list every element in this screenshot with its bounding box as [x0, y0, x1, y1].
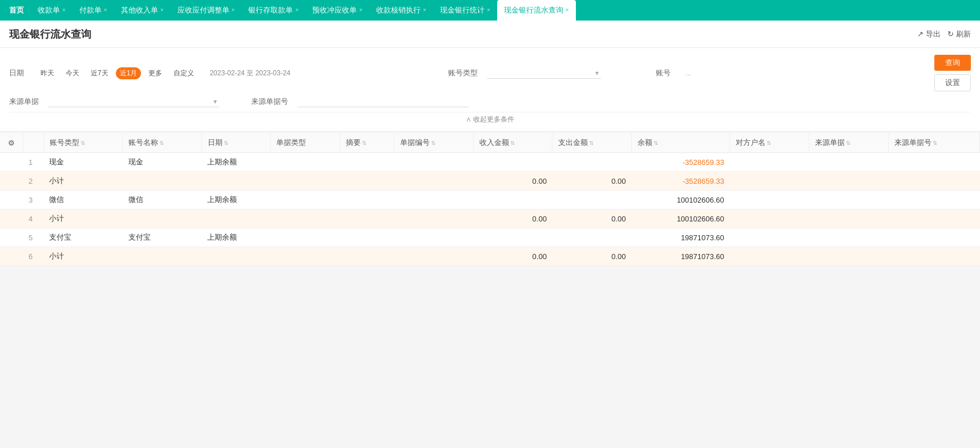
col-source-doc-no: 来源单据号⇅ — [888, 133, 979, 153]
table-cell — [394, 247, 474, 266]
col-gear: ⚙ — [0, 133, 23, 153]
sort-icon[interactable]: ⇅ — [431, 140, 435, 146]
table-cell: 1 — [23, 153, 43, 172]
date-btn-1month[interactable]: 近1月 — [116, 67, 142, 79]
date-btn-more[interactable]: 更多 — [144, 67, 166, 79]
table-cell — [340, 209, 394, 228]
table-cell: 2 — [23, 172, 43, 191]
nav-other-income[interactable]: 其他收入单 × — [114, 0, 171, 21]
table-cell — [888, 172, 979, 191]
table-cell — [809, 209, 888, 228]
table-row: 2小计0.000.00-3528659.33 — [0, 172, 980, 191]
filter-row-source: 来源单据 来源单据号 — [9, 96, 971, 107]
table-cell — [473, 191, 552, 209]
table-cell — [0, 153, 23, 172]
sort-icon[interactable]: ⇅ — [654, 140, 658, 146]
sort-icon[interactable]: ⇅ — [159, 140, 164, 146]
table-cell — [888, 153, 979, 172]
table-cell: 4 — [23, 209, 43, 228]
nav-cash-bank-stat[interactable]: 现金银行统计 × — [433, 0, 497, 21]
sort-icon[interactable]: ⇅ — [224, 140, 228, 146]
account-type-select[interactable] — [487, 67, 601, 79]
query-button[interactable]: 查询 — [934, 55, 971, 71]
table-cell: -3528659.33 — [632, 153, 730, 172]
table-cell — [730, 172, 809, 191]
account-type-select-wrapper — [487, 67, 601, 79]
date-range-text: 2023-02-24 至 2023-03-24 — [209, 69, 290, 77]
table-cell: 5 — [23, 228, 43, 247]
date-btn-today[interactable]: 今天 — [62, 67, 83, 79]
sort-icon[interactable]: ⇅ — [846, 140, 850, 146]
col-balance: 余额⇅ — [632, 133, 730, 153]
sort-icon[interactable]: ⇅ — [767, 140, 771, 146]
close-icon[interactable]: × — [104, 0, 107, 21]
table-cell — [271, 209, 340, 228]
date-btn-7days[interactable]: 近7天 — [87, 67, 112, 79]
nav-payment[interactable]: 付款单 × — [72, 0, 114, 21]
table-cell — [394, 153, 474, 172]
source-doc-select[interactable] — [48, 96, 219, 107]
col-source-doc: 来源单据⇅ — [809, 133, 888, 153]
table-cell — [0, 228, 23, 247]
table-cell — [394, 209, 474, 228]
more-options-icon[interactable]: ... — [683, 69, 693, 77]
table-cell: 现金 — [123, 153, 202, 172]
col-account-name: 账号名称⇅ — [123, 133, 202, 153]
table-row: 5支付宝支付宝上期余额19871073.60 — [0, 228, 980, 247]
nav-receipt[interactable]: 收款单 × — [31, 0, 72, 21]
table-cell — [552, 191, 632, 209]
table-cell — [730, 247, 809, 266]
account-no-label: 账号 — [656, 68, 674, 78]
collapse-bar[interactable]: ∧ 收起更多条件 — [9, 112, 971, 127]
filter-area: 日期 昨天 今天 近7天 近1月 更多 自定义 2023-02-24 至 202… — [0, 48, 980, 132]
close-icon[interactable]: × — [295, 0, 299, 21]
close-icon[interactable]: × — [359, 0, 362, 21]
nav-bank-deposit[interactable]: 银行存取款单 × — [241, 0, 305, 21]
close-icon[interactable]: × — [62, 0, 66, 21]
table-cell: 上期余额 — [201, 191, 270, 209]
sort-icon[interactable]: ⇅ — [80, 140, 85, 146]
table-cell — [394, 228, 474, 247]
table-cell: 100102606.60 — [632, 191, 730, 209]
table-cell: 3 — [23, 191, 43, 209]
filter-row-date: 日期 昨天 今天 近7天 近1月 更多 自定义 2023-02-24 至 202… — [9, 55, 971, 91]
table-cell — [271, 228, 340, 247]
sort-icon[interactable]: ⇅ — [589, 140, 594, 146]
table-cell — [271, 172, 340, 191]
col-account-type: 账号类型⇅ — [43, 133, 123, 153]
gear-icon[interactable]: ⚙ — [8, 139, 15, 147]
close-icon[interactable]: × — [487, 0, 490, 21]
table-cell — [888, 209, 979, 228]
sort-icon[interactable]: ⇅ — [933, 140, 937, 146]
nav-home[interactable]: 首页 — [2, 0, 31, 21]
date-btn-custom[interactable]: 自定义 — [170, 67, 198, 79]
nav-verify[interactable]: 收款核销执行 × — [369, 0, 433, 21]
nav-ap-adjust[interactable]: 应收应付调整单 × — [171, 0, 242, 21]
table-cell — [0, 209, 23, 228]
table-cell — [730, 191, 809, 209]
export-button[interactable]: ↗ 导出 — [917, 29, 941, 39]
nav-advance[interactable]: 预收冲应收单 × — [305, 0, 369, 21]
close-icon[interactable]: × — [232, 0, 235, 21]
table-cell — [123, 209, 202, 228]
close-icon[interactable]: × — [423, 0, 426, 21]
table-cell: 0.00 — [552, 247, 632, 266]
table-cell: 小计 — [43, 247, 123, 266]
close-icon[interactable]: × — [566, 0, 569, 21]
col-date: 日期⇅ — [201, 133, 270, 153]
refresh-button[interactable]: ↻ 刷新 — [947, 29, 971, 39]
table-cell — [0, 247, 23, 266]
table-cell: 小计 — [43, 172, 123, 191]
sort-icon[interactable]: ⇅ — [510, 140, 515, 146]
table-cell: 支付宝 — [123, 228, 202, 247]
source-doc-no-input[interactable] — [297, 96, 469, 107]
col-counterpart: 对方户名⇅ — [730, 133, 809, 153]
sort-icon[interactable]: ⇅ — [362, 140, 366, 146]
table-cell: 0.00 — [473, 247, 552, 266]
date-btn-yesterday[interactable]: 昨天 — [37, 67, 58, 79]
nav-cash-bank-flow[interactable]: 现金银行流水查询 × — [497, 0, 576, 21]
date-label: 日期 — [9, 68, 27, 78]
close-icon[interactable]: × — [160, 0, 164, 21]
settings-button[interactable]: 设置 — [934, 74, 971, 91]
table-cell: 100102606.60 — [632, 209, 730, 228]
